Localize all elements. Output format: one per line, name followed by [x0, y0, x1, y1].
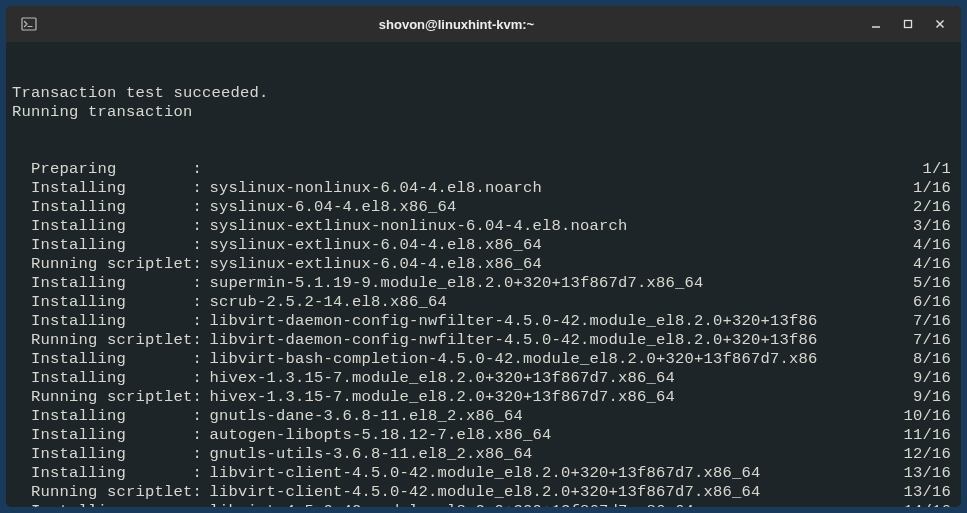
- progress-count: 4/16: [913, 236, 955, 255]
- action-label: Running scriptlet:: [12, 483, 200, 502]
- package-name: gnutls-dane-3.6.8-11.el8_2.x86_64: [210, 407, 904, 426]
- progress-count: 1/1: [922, 160, 955, 179]
- terminal-row: Installing : autogen-libopts-5.18.12-7.e…: [12, 426, 955, 445]
- spacer: [200, 236, 210, 255]
- progress-count: 4/16: [913, 255, 955, 274]
- package-name: libvirt-4.5.0-42.module_el8.2.0+320+13f8…: [210, 502, 904, 507]
- terminal-preamble: Transaction test succeeded. Running tran…: [12, 84, 955, 122]
- spacer: [200, 502, 210, 507]
- progress-count: 6/16: [913, 293, 955, 312]
- svg-rect-3: [905, 21, 912, 28]
- action-label: Installing :: [12, 293, 200, 312]
- progress-count: 11/16: [903, 426, 955, 445]
- terminal-row: Running scriptlet: hivex-1.3.15-7.module…: [12, 388, 955, 407]
- action-label: Installing :: [12, 236, 200, 255]
- spacer: [200, 350, 210, 369]
- terminal-row: Installing : libvirt-daemon-config-nwfil…: [12, 312, 955, 331]
- progress-count: 12/16: [903, 445, 955, 464]
- spacer: [200, 198, 210, 217]
- terminal-row: Installing : gnutls-utils-3.6.8-11.el8_2…: [12, 445, 955, 464]
- terminal-row: Running scriptlet: libvirt-client-4.5.0-…: [12, 483, 955, 502]
- action-label: Installing :: [12, 407, 200, 426]
- action-label: Installing :: [12, 179, 200, 198]
- spacer: [200, 445, 210, 464]
- progress-count: 9/16: [913, 388, 955, 407]
- action-label: Running scriptlet:: [12, 388, 200, 407]
- progress-count: 10/16: [903, 407, 955, 426]
- terminal-row: Installing : supermin-5.1.19-9.module_el…: [12, 274, 955, 293]
- terminal-row: Preparing : 1/1: [12, 160, 955, 179]
- terminal-row: Installing : libvirt-client-4.5.0-42.mod…: [12, 464, 955, 483]
- spacer: [200, 217, 210, 236]
- spacer: [200, 388, 210, 407]
- action-label: Installing :: [12, 274, 200, 293]
- terminal-row: Installing : syslinux-extlinux-6.04-4.el…: [12, 236, 955, 255]
- package-name: libvirt-daemon-config-nwfilter-4.5.0-42.…: [210, 331, 913, 350]
- action-label: Installing :: [12, 426, 200, 445]
- package-name: syslinux-extlinux-nonlinux-6.04-4.el8.no…: [210, 217, 913, 236]
- action-label: Installing :: [12, 350, 200, 369]
- terminal-row: Installing : syslinux-6.04-4.el8.x86_642…: [12, 198, 955, 217]
- progress-count: 2/16: [913, 198, 955, 217]
- spacer: [200, 426, 210, 445]
- action-label: Installing :: [12, 464, 200, 483]
- action-label: Installing :: [12, 445, 200, 464]
- terminal-row: Installing : libvirt-4.5.0-42.module_el8…: [12, 502, 955, 507]
- package-name: gnutls-utils-3.6.8-11.el8_2.x86_64: [210, 445, 904, 464]
- titlebar[interactable]: shovon@linuxhint-kvm:~: [6, 6, 961, 42]
- package-name: scrub-2.5.2-14.el8.x86_64: [210, 293, 913, 312]
- progress-count: 7/16: [913, 331, 955, 350]
- spacer: [200, 293, 210, 312]
- package-name: libvirt-daemon-config-nwfilter-4.5.0-42.…: [210, 312, 913, 331]
- window-controls: [869, 17, 953, 31]
- spacer: [200, 407, 210, 426]
- terminal-row: Installing : gnutls-dane-3.6.8-11.el8_2.…: [12, 407, 955, 426]
- action-label: Installing :: [12, 502, 200, 507]
- terminal-window: shovon@linuxhint-kvm:~ Transaction test …: [6, 6, 961, 507]
- terminal-row: Running scriptlet: syslinux-extlinux-6.0…: [12, 255, 955, 274]
- action-label: Installing :: [12, 198, 200, 217]
- terminal-row: Installing : hivex-1.3.15-7.module_el8.2…: [12, 369, 955, 388]
- action-label: Preparing :: [12, 160, 200, 179]
- action-label: Installing :: [12, 217, 200, 236]
- close-button[interactable]: [933, 17, 947, 31]
- package-name: syslinux-extlinux-6.04-4.el8.x86_64: [210, 236, 913, 255]
- progress-count: 1/16: [913, 179, 955, 198]
- action-label: Running scriptlet:: [12, 255, 200, 274]
- spacer: [200, 369, 210, 388]
- progress-count: 8/16: [913, 350, 955, 369]
- spacer: [200, 255, 210, 274]
- maximize-button[interactable]: [901, 17, 915, 31]
- package-name: autogen-libopts-5.18.12-7.el8.x86_64: [210, 426, 904, 445]
- terminal-output[interactable]: Transaction test succeeded. Running tran…: [6, 42, 961, 507]
- progress-count: 13/16: [903, 483, 955, 502]
- action-label: Running scriptlet:: [12, 331, 200, 350]
- spacer: [200, 312, 210, 331]
- spacer: [200, 274, 210, 293]
- progress-count: 14/16: [903, 502, 955, 507]
- package-name: syslinux-nonlinux-6.04-4.el8.noarch: [210, 179, 913, 198]
- window-title: shovon@linuxhint-kvm:~: [44, 17, 869, 32]
- package-name: libvirt-client-4.5.0-42.module_el8.2.0+3…: [210, 464, 904, 483]
- terminal-row: Installing : syslinux-nonlinux-6.04-4.el…: [12, 179, 955, 198]
- package-name: syslinux-6.04-4.el8.x86_64: [210, 198, 913, 217]
- terminal-icon: [14, 16, 44, 32]
- minimize-button[interactable]: [869, 17, 883, 31]
- package-name: [210, 160, 923, 179]
- package-name: hivex-1.3.15-7.module_el8.2.0+320+13f867…: [210, 369, 913, 388]
- spacer: [200, 331, 210, 350]
- progress-count: 13/16: [903, 464, 955, 483]
- spacer: [200, 160, 210, 179]
- terminal-row: Installing : libvirt-bash-completion-4.5…: [12, 350, 955, 369]
- spacer: [200, 179, 210, 198]
- package-name: syslinux-extlinux-6.04-4.el8.x86_64: [210, 255, 913, 274]
- package-name: hivex-1.3.15-7.module_el8.2.0+320+13f867…: [210, 388, 913, 407]
- terminal-row: Installing : syslinux-extlinux-nonlinux-…: [12, 217, 955, 236]
- action-label: Installing :: [12, 369, 200, 388]
- terminal-row: Installing : scrub-2.5.2-14.el8.x86_646/…: [12, 293, 955, 312]
- progress-count: 3/16: [913, 217, 955, 236]
- action-label: Installing :: [12, 312, 200, 331]
- svg-rect-0: [22, 18, 36, 30]
- package-name: libvirt-bash-completion-4.5.0-42.module_…: [210, 350, 913, 369]
- package-name: libvirt-client-4.5.0-42.module_el8.2.0+3…: [210, 483, 904, 502]
